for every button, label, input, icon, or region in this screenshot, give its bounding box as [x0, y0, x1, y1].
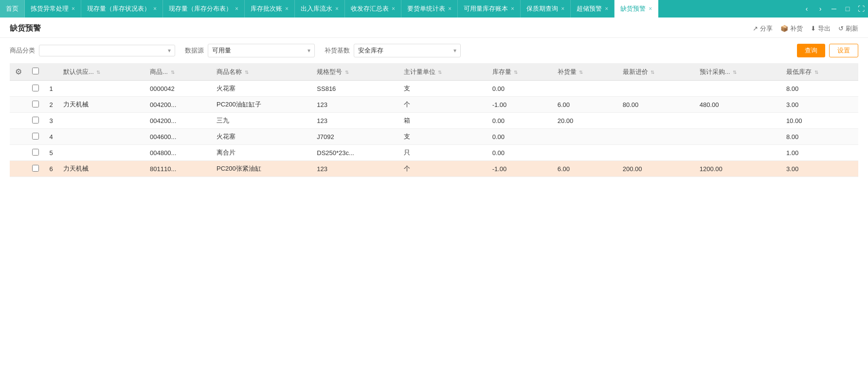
datasource-select[interactable]: 可用量 ▾: [208, 44, 315, 57]
row-unit-cell: 个: [399, 97, 488, 113]
row-no-cell: 3: [44, 113, 58, 129]
row-estimated-purchase-cell: [695, 81, 781, 97]
tab-close-order-stat[interactable]: ×: [448, 5, 452, 12]
settings-button[interactable]: 设置: [829, 44, 858, 57]
category-filter-group: 商品分类 ▾: [10, 45, 175, 56]
tab-close-overstock[interactable]: ×: [605, 5, 608, 12]
supplier-sort-icon[interactable]: ⇅: [96, 70, 100, 75]
tab-stock-dist[interactable]: 现存量（库存分布表） ×: [163, 0, 245, 18]
col-stock-qty-header: 库存量 ⇅: [488, 63, 553, 81]
datasource-filter-group: 数据源 可用量 ▾: [185, 44, 315, 57]
row-stock-qty-cell: 0.00: [488, 81, 553, 97]
row-supplier-cell: [58, 145, 145, 161]
col-replenish-qty-header: 补货量 ⇅: [553, 63, 618, 81]
export-action[interactable]: ⬇ 导出: [811, 24, 831, 33]
unit-sort-icon[interactable]: ⇅: [438, 70, 442, 75]
tab-overstock[interactable]: 超储预警 ×: [571, 0, 615, 18]
tab-nav-next[interactable]: ›: [814, 5, 827, 13]
tab-actions: ‹ › ─ □ ⛶: [800, 5, 868, 13]
tab-close-shortage[interactable]: ×: [649, 5, 652, 12]
tab-shortage[interactable]: 缺货预警 ×: [615, 0, 658, 18]
row-no-cell: 2: [44, 97, 58, 113]
row-replenish-qty-cell: 20.00: [553, 113, 618, 129]
refresh-icon: ↺: [838, 25, 844, 32]
query-button[interactable]: 查询: [797, 44, 825, 57]
spec-sort-icon[interactable]: ⇅: [345, 70, 349, 75]
replenish-base-select[interactable]: 安全库存 ▾: [354, 44, 461, 57]
row-min-stock-cell: 8.00: [781, 81, 858, 97]
product-code-sort-icon[interactable]: ⇅: [171, 70, 175, 75]
row-unit-cell: 个: [399, 161, 488, 177]
tab-stock-status[interactable]: 现存量（库存状况表） ×: [81, 0, 163, 18]
row-checkbox-5[interactable]: [32, 165, 39, 172]
replenish-action[interactable]: 📦 补货: [780, 24, 803, 33]
table-settings-icon[interactable]: ⚙: [15, 68, 22, 76]
row-estimated-purchase-cell: 1200.00: [695, 161, 781, 177]
row-latest-price-cell: [618, 81, 695, 97]
row-product-name-cell: 火花塞: [212, 129, 312, 145]
tab-home[interactable]: 首页: [0, 0, 25, 18]
row-checkbox-1[interactable]: [32, 101, 39, 107]
tab-minimize-btn[interactable]: ─: [827, 5, 841, 13]
latest-price-sort-icon[interactable]: ⇅: [651, 70, 654, 75]
row-settings-cell: [10, 113, 27, 129]
tab-expiry[interactable]: 保质期查询 ×: [521, 0, 571, 18]
min-stock-sort-icon[interactable]: ⇅: [814, 70, 818, 75]
tab-stock-batch[interactable]: 库存批次账 ×: [245, 0, 295, 18]
row-estimated-purchase-cell: 480.00: [695, 97, 781, 113]
tab-close-available-ledger[interactable]: ×: [511, 5, 514, 12]
tab-close-stock-dist[interactable]: ×: [235, 5, 238, 12]
refresh-action[interactable]: ↺ 刷新: [838, 24, 858, 33]
col-unit-header: 主计量单位 ⇅: [399, 63, 488, 81]
filter-actions: 查询 设置: [797, 44, 858, 57]
row-replenish-qty-cell: [553, 129, 618, 145]
tab-inout-flow[interactable]: 出入库流水 ×: [295, 0, 345, 18]
tab-nav-prev[interactable]: ‹: [800, 5, 814, 13]
row-no-cell: 5: [44, 145, 58, 161]
tab-collect-summary[interactable]: 收发存汇总表 ×: [345, 0, 401, 18]
row-latest-price-cell: [618, 113, 695, 129]
row-product-code-cell: 801110...: [145, 161, 212, 177]
estimated-purchase-sort-icon[interactable]: ⇅: [733, 70, 737, 75]
row-product-code-cell: 004200...: [145, 97, 212, 113]
table-row: 6 力天机械 801110... PC200张紧油缸 123 个 -1.00 6…: [10, 161, 858, 177]
row-checkbox-cell: [27, 81, 44, 97]
tab-close-collect-summary[interactable]: ×: [392, 5, 395, 12]
row-checkbox-0[interactable]: [32, 85, 39, 91]
row-stock-qty-cell: -1.00: [488, 97, 553, 113]
row-spec-cell: DS250*23c...: [312, 145, 398, 161]
share-action[interactable]: ↗ 分享: [753, 24, 773, 33]
row-latest-price-cell: 80.00: [618, 97, 695, 113]
product-name-sort-icon[interactable]: ⇅: [245, 70, 249, 75]
tab-maximize-btn[interactable]: □: [841, 5, 854, 13]
row-product-code-cell: 004800...: [145, 145, 212, 161]
tab-close-stock-batch[interactable]: ×: [285, 5, 289, 12]
tab-abnormal[interactable]: 拣货异常处理 ×: [25, 0, 81, 18]
tab-close-expiry[interactable]: ×: [561, 5, 564, 12]
tab-fullscreen-btn[interactable]: ⛶: [854, 5, 868, 13]
tab-available-ledger[interactable]: 可用量库存账本 ×: [458, 0, 521, 18]
row-min-stock-cell: 1.00: [781, 145, 858, 161]
row-checkbox-2[interactable]: [32, 117, 39, 123]
row-stock-qty-cell: 0.00: [488, 113, 553, 129]
tab-order-stat[interactable]: 要货单统计表 ×: [401, 0, 458, 18]
category-select[interactable]: ▾: [39, 45, 175, 56]
tab-close-inout-flow[interactable]: ×: [335, 5, 339, 12]
share-icon: ↗: [753, 25, 758, 32]
row-spec-cell: 123: [312, 113, 398, 129]
tab-close-abnormal[interactable]: ×: [72, 5, 75, 12]
replenish-icon: 📦: [780, 25, 788, 32]
row-product-code-cell: 004200...: [145, 113, 212, 129]
row-estimated-purchase-cell: [695, 129, 781, 145]
stock-qty-sort-icon[interactable]: ⇅: [514, 70, 518, 75]
row-latest-price-cell: 200.00: [618, 161, 695, 177]
col-latest-price-header: 最新进价 ⇅: [618, 63, 695, 81]
row-checkbox-3[interactable]: [32, 133, 39, 140]
row-unit-cell: 支: [399, 129, 488, 145]
select-all-checkbox[interactable]: [32, 68, 39, 74]
tab-close-stock-status[interactable]: ×: [153, 5, 157, 12]
row-unit-cell: 只: [399, 145, 488, 161]
replenish-qty-sort-icon[interactable]: ⇅: [579, 70, 583, 75]
row-stock-qty-cell: 0.00: [488, 129, 553, 145]
row-checkbox-4[interactable]: [32, 149, 39, 156]
